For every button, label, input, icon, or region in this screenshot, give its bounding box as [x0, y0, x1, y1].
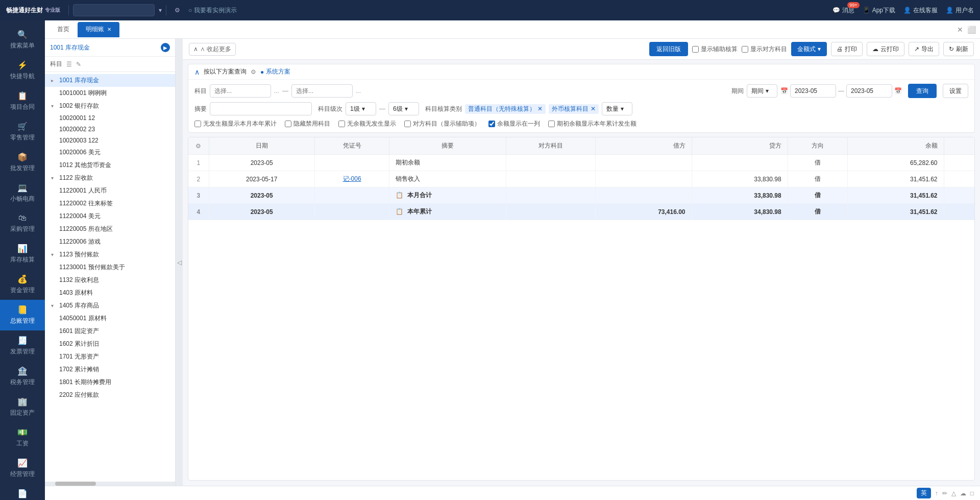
check-no-amount-input[interactable]: [194, 121, 201, 127]
level-from-select[interactable]: 1级 ▾: [346, 102, 376, 115]
check-hide-disabled-input[interactable]: [285, 121, 291, 127]
sidebar-item-tax[interactable]: 🏦 税务管理: [0, 361, 45, 392]
voucher-link[interactable]: 记-006: [343, 175, 361, 182]
tree-item-1702[interactable]: 1702 累计摊销: [45, 363, 175, 376]
refresh-btn[interactable]: ↻ 刷新: [943, 42, 974, 56]
cloud-print-btn[interactable]: ☁ 云打印: [867, 42, 904, 56]
status-icon-3[interactable]: △: [951, 490, 956, 497]
format-btn[interactable]: 金额式 ▾: [791, 42, 827, 56]
check-opposite-input[interactable]: [404, 121, 411, 127]
filter-more-btn[interactable]: ∧ ∧ 收起更多: [189, 43, 236, 56]
check-no-amount[interactable]: 无发生额显示本月本年累计: [194, 120, 277, 128]
back-old-btn[interactable]: 返回旧版: [649, 42, 688, 56]
sidebar-item-retail[interactable]: 🛒 零售管理: [0, 116, 45, 147]
sidebar-item-inventory[interactable]: 📊 库存核算: [0, 239, 45, 269]
check-init-balance[interactable]: 期初余额显示本年累计发生额: [548, 120, 636, 128]
period-to-input[interactable]: [846, 84, 892, 98]
sidebar-item-wholesale[interactable]: 📦 批发管理: [0, 147, 45, 178]
show-opposite-checkbox[interactable]: [742, 46, 748, 53]
tree-item-1405[interactable]: ▾ 1405 库存商品: [45, 299, 175, 312]
tree-item-1132[interactable]: 1132 应收利息: [45, 274, 175, 287]
tree-item-11220004[interactable]: 11220004 美元: [45, 210, 175, 223]
subject-input2[interactable]: [291, 84, 353, 98]
print-btn[interactable]: 🖨 打印: [831, 42, 863, 56]
sidebar-item-capital[interactable]: 💰 资金管理: [0, 269, 45, 300]
account-tree[interactable]: ▸ 1001 库存现金 10010001 咧咧咧 ▾ 1002 银行存款 100…: [45, 72, 175, 482]
sidebar-item-quicknav[interactable]: ⚡ 快捷导航: [0, 55, 45, 86]
table-settings-icon[interactable]: ⚙: [195, 142, 201, 150]
tree-item-11220005[interactable]: 11220005 所在地区: [45, 223, 175, 235]
tree-item-1002[interactable]: ▾ 1002 银行存款: [45, 100, 175, 112]
tree-item-10020003[interactable]: 10020003 122: [45, 135, 175, 146]
sidebar-item-payroll[interactable]: 💵 工资: [0, 422, 45, 453]
check-balance-col-input[interactable]: [488, 121, 495, 127]
sidebar-item-ledger[interactable]: 📒 总账管理: [0, 300, 45, 330]
check-no-balance[interactable]: 无余额无发生显示: [338, 120, 396, 128]
user-menu-btn[interactable]: 👤 用户名: [946, 6, 974, 15]
tree-item-1602[interactable]: 1602 累计折旧: [45, 338, 175, 350]
tree-item-1701[interactable]: 1701 无形资产: [45, 350, 175, 363]
tree-item-1403[interactable]: 1403 原材料: [45, 287, 175, 299]
tree-item-10020002[interactable]: 10020002 23: [45, 124, 175, 135]
check-hide-disabled[interactable]: 隐藏禁用科目: [285, 120, 330, 128]
th-settings[interactable]: ⚙: [188, 137, 209, 155]
tree-item-14050001[interactable]: 14050001 原材料: [45, 312, 175, 325]
query-settings-btn[interactable]: 设置: [943, 84, 968, 98]
sidebar-item-ecommerce[interactable]: 💻 小畅电商: [0, 178, 45, 208]
tree-item-1123[interactable]: ▾ 1123 预付账款: [45, 248, 175, 261]
period-type-select[interactable]: 期间 ▾: [747, 84, 777, 98]
tree-item-1122[interactable]: ▾ 1122 应收款: [45, 172, 175, 184]
tab-close-icon[interactable]: ✕: [107, 27, 111, 32]
tag-foreign[interactable]: 外币核算科目 ✕: [549, 104, 599, 114]
query-scheme-name[interactable]: ● 系统方案: [260, 67, 290, 76]
status-icon-4[interactable]: ☁: [960, 490, 966, 497]
check-balance-col[interactable]: 余额显示在一列: [488, 120, 540, 128]
tree-item-11220006[interactable]: 11220006 游戏: [45, 235, 175, 248]
tree-item-11220001[interactable]: 11220001 人民币: [45, 184, 175, 197]
check-opposite[interactable]: 对方科目（显示辅助项）: [404, 120, 480, 128]
status-icon-1[interactable]: ↑: [935, 490, 938, 497]
tree-item-1801[interactable]: 1801 长期待摊费用: [45, 376, 175, 389]
tab-close-window-icon[interactable]: ✕: [957, 26, 963, 34]
tag-ordinary[interactable]: 普通科目（无特殊核算） ✕: [465, 104, 546, 114]
show-aux-check[interactable]: 显示辅助核算: [692, 45, 738, 54]
tree-item-1001[interactable]: ▸ 1001 库存现金: [45, 74, 175, 87]
tag-foreign-close[interactable]: ✕: [591, 105, 596, 112]
side-expand-btn[interactable]: ◁: [176, 39, 183, 486]
check-no-balance-input[interactable]: [338, 121, 345, 127]
tree-item-1012[interactable]: 1012 其他货币资金: [45, 159, 175, 172]
sidebar-item-invoice[interactable]: 🧾 发票管理: [0, 330, 45, 361]
sidebar-item-purchase[interactable]: 🛍 采购管理: [0, 208, 45, 239]
tree-item-10020006[interactable]: 10020006 美元: [45, 146, 175, 159]
tag-ordinary-close[interactable]: ✕: [537, 105, 543, 112]
sidebar-item-project[interactable]: 📋 项目合同: [0, 86, 45, 116]
lang-switch-btn[interactable]: 英: [917, 488, 931, 498]
summary-input[interactable]: [210, 102, 312, 115]
sidebar-item-operation[interactable]: 📈 经营管理: [0, 453, 45, 484]
tab-home[interactable]: 首页: [49, 22, 78, 37]
settings-nav[interactable]: ⚙: [175, 7, 180, 14]
nav-dropdown[interactable]: ▾: [159, 7, 162, 14]
tab-ledger-detail[interactable]: 明细账 ✕: [78, 22, 119, 37]
sidebar-item-sales[interactable]: 📄 小畅报销: [0, 484, 45, 500]
edit-view-icon[interactable]: ✎: [76, 61, 81, 68]
quantity-select[interactable]: 数量 ▾: [602, 102, 632, 115]
tree-item-11220002[interactable]: 11220002 往来标签: [45, 197, 175, 210]
show-opposite-check[interactable]: 显示对方科目: [742, 45, 787, 54]
tree-item-10010001[interactable]: 10010001 咧咧咧: [45, 87, 175, 100]
account-nav-arrow[interactable]: ▶: [161, 43, 170, 52]
tree-item-2202[interactable]: 2202 应付账款: [45, 389, 175, 401]
online-service-btn[interactable]: 👤 在线客服: [903, 6, 938, 15]
query-settings-icon[interactable]: ⚙: [251, 68, 256, 76]
level-to-select[interactable]: 6级 ▾: [388, 102, 419, 115]
top-search-input[interactable]: [73, 4, 155, 16]
sidebar-item-fixedassets[interactable]: 🏢 固定资产: [0, 392, 45, 422]
query-search-btn[interactable]: 查询: [908, 84, 937, 98]
check-init-balance-input[interactable]: [548, 121, 555, 127]
status-icon-5[interactable]: □: [970, 490, 974, 497]
demo-btn[interactable]: ○ 我要看实例演示: [188, 6, 237, 15]
tree-item-11230001[interactable]: 11230001 预付账款美于: [45, 261, 175, 274]
status-icon-2[interactable]: ✏: [942, 490, 947, 497]
tree-scrollbar[interactable]: [45, 482, 175, 486]
export-btn[interactable]: ↗ 导出: [909, 42, 939, 56]
